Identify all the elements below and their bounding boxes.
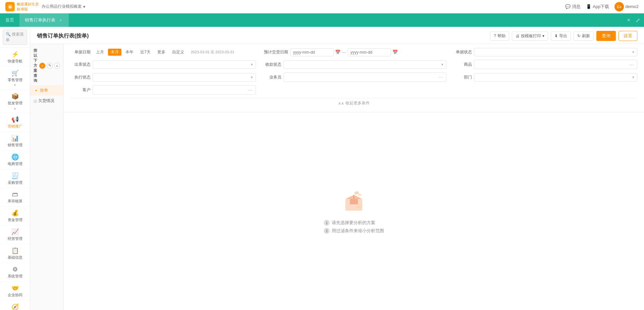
- user-menu[interactable]: Ea demo2: [614, 2, 639, 11]
- tab-active[interactable]: 销售订单执行表 ×: [19, 13, 69, 27]
- svg-point-6: [356, 206, 362, 209]
- sidebar-item-finance[interactable]: 💰 资金管理: [0, 207, 30, 225]
- sidebar-item-basic[interactable]: 📋 基础信息: [0, 244, 30, 263]
- empty-hint-2: 2 用过滤条件来缩小分析范围: [324, 228, 384, 234]
- export-icon: ⬇: [554, 34, 558, 38]
- filter-row-1: 单据日期 上月 本月 本年 近7天 更多 自定义 2023-03-01 至 20…: [70, 48, 637, 56]
- selector-arrow-icon: ▾: [83, 4, 85, 9]
- date-sep-icon: 📅: [335, 50, 340, 55]
- sidebar-item-retail[interactable]: 🛒 零售管理 ▾: [0, 67, 30, 90]
- date-tab-lastmonth[interactable]: 上月: [93, 49, 107, 56]
- print-btn[interactable]: 🖨 按模板打印 ▾: [512, 32, 548, 41]
- business-icon: 📈: [11, 228, 19, 236]
- empty-icon: [340, 189, 367, 216]
- order-status-arrow: ▾: [632, 50, 634, 54]
- tab-maximize-btn[interactable]: ⤢: [634, 16, 641, 25]
- app-selector[interactable]: 办公用品行业模拟账套 ▾: [42, 4, 85, 9]
- exec-status-group: 执行状态 ▾: [70, 73, 256, 82]
- scheme-edit-btn[interactable]: ✎: [47, 63, 53, 69]
- receipt-dropdown[interactable]: ▾: [283, 60, 447, 69]
- sidebar-item-newguide[interactable]: 🧭 新手引导: [0, 301, 30, 310]
- retail-icon: 🛒: [11, 69, 19, 77]
- sidebar-item-marketing[interactable]: 📢 营销推广: [0, 113, 30, 132]
- scheme-collapse-btn[interactable]: «: [54, 63, 60, 69]
- export-btn[interactable]: ⬇ 导出: [551, 32, 571, 41]
- basic-icon: 📋: [11, 247, 19, 254]
- date-dash: —: [342, 50, 346, 55]
- date-range-text: 2023-03-01 至 2023-03-31: [191, 50, 234, 55]
- help-btn[interactable]: ? 帮助: [490, 32, 509, 41]
- date-tab-more[interactable]: 更多: [155, 49, 168, 56]
- scheme-item-byorder[interactable]: 🔸 按单: [30, 85, 63, 96]
- empty-hint-1: 1 请先选择要分析的方案: [324, 220, 384, 226]
- message-btn[interactable]: 💬 消息: [565, 4, 581, 10]
- main-layout: 🔍 搜索菜单 ⚡ 快捷导航 🛒 零售管理 ▾ 📦 批发管理 ▴ 📢 营销推广 📊…: [0, 27, 644, 310]
- inventory-icon: 🗃: [12, 191, 18, 198]
- download-icon: 📱: [586, 4, 591, 9]
- date-tab-7days[interactable]: 近7天: [138, 49, 153, 56]
- filter-row-2: 出库状态 ▾ 收款状态 ▾: [70, 60, 637, 69]
- expected-date-from[interactable]: [290, 48, 334, 56]
- filter-row-4: 客户 ···: [70, 85, 637, 95]
- message-icon: 💬: [565, 4, 571, 9]
- scheme-item-byorder-icon: 🔸: [34, 88, 39, 93]
- tab-close-icon[interactable]: ×: [58, 17, 63, 23]
- sidebar-item-quicknav[interactable]: ⚡ 快捷导航: [0, 48, 30, 67]
- dept-dropdown[interactable]: ▾: [474, 73, 637, 82]
- tab-minimize-btn[interactable]: ×: [626, 16, 632, 24]
- date-to-icon: 📅: [392, 50, 398, 55]
- expected-date-group: 预计交货日期 📅 — 📅: [261, 48, 447, 56]
- refresh-icon: ↻: [577, 34, 581, 38]
- tab-home[interactable]: 首页: [0, 13, 19, 27]
- sidebar-item-system[interactable]: ⚙ 系统管理: [0, 263, 30, 282]
- svg-rect-4: [350, 199, 358, 204]
- logo-area: 畅 畅捷通好生意 标准版: [5, 2, 39, 11]
- salesperson-group: 业务员 ···: [261, 72, 447, 82]
- finance-icon: 💰: [11, 209, 19, 217]
- outbound-dropdown[interactable]: ▾: [93, 60, 256, 69]
- sidebar-item-wholesale[interactable]: 📦 批发管理 ▴: [0, 90, 30, 113]
- cooperation-icon: 🤝: [11, 285, 19, 292]
- collapse-bar[interactable]: ∧∧ 收起更多条件: [70, 98, 637, 108]
- sidebar-item-purchase[interactable]: 🧾 采购管理: [0, 169, 30, 188]
- refresh-btn[interactable]: ↻ 刷新: [574, 32, 594, 41]
- sidebar-item-inventory[interactable]: 🗃 库存核算: [0, 188, 30, 207]
- filter-panel: 单据日期 上月 本月 本年 近7天 更多 自定义 2023-03-01 至 20…: [64, 44, 644, 112]
- page-header: 销售订单执行表(按单) ? 帮助 🖨 按模板打印 ▾ ⬇ 导出 ↻ 刷新: [30, 27, 644, 44]
- scheme-add-btn[interactable]: +: [39, 63, 45, 69]
- expected-date-to[interactable]: [347, 48, 391, 56]
- search-btn[interactable]: 查询: [596, 31, 616, 41]
- content-area: 销售订单执行表(按单) ? 帮助 🖨 按模板打印 ▾ ⬇ 导出 ↻ 刷新: [30, 27, 644, 310]
- wholesale-icon: 📦: [11, 93, 19, 100]
- sidebar: 🔍 搜索菜单 ⚡ 快捷导航 🛒 零售管理 ▾ 📦 批发管理 ▴ 📢 营销推广 📊…: [0, 27, 30, 310]
- logo-text: 畅捷通好生意 标准版: [17, 2, 39, 11]
- print-icon: 🖨: [516, 34, 520, 38]
- sidebar-item-cooperation[interactable]: 🤝 企业协同: [0, 282, 30, 301]
- tab-bar: 首页 销售订单执行表 × × ⤢: [0, 13, 644, 27]
- date-tab-thismonth[interactable]: 本月: [108, 49, 121, 56]
- date-tab-custom[interactable]: 自定义: [169, 49, 187, 56]
- content-wrapper: 按以下方案查询 + ✎ « 🔸 按单 ◎ 欠货情况: [30, 44, 644, 310]
- tab-bar-right: × ⤢: [626, 16, 644, 25]
- product-dots: ···: [629, 62, 634, 67]
- filter-row-3: 执行状态 ▾ 业务员 ···: [70, 72, 637, 82]
- exec-status-dropdown[interactable]: ▾: [93, 73, 256, 82]
- sidebar-item-sales[interactable]: 📊 销售管理: [0, 132, 30, 151]
- product-selector[interactable]: ···: [474, 60, 637, 69]
- order-status-dropdown[interactable]: ▾: [474, 48, 637, 56]
- logo-icon: 畅: [5, 2, 15, 11]
- search-icon: 🔍: [6, 32, 11, 37]
- scheme-item-bydebt[interactable]: ◎ 欠货情况: [30, 96, 63, 106]
- print-arrow-icon: ▾: [542, 34, 544, 38]
- app-download-btn[interactable]: 📱 App下载: [586, 4, 609, 10]
- date-tab-thisyear[interactable]: 本年: [123, 49, 136, 56]
- header-right: 💬 消息 📱 App下载 Ea demo2: [565, 2, 639, 11]
- top-header: 畅 畅捷通好生意 标准版 办公用品行业模拟账套 ▾ 💬 消息 📱 App下载 E…: [0, 0, 644, 13]
- salesperson-selector[interactable]: ···: [283, 72, 447, 82]
- sidebar-item-business[interactable]: 📈 经营管理: [0, 225, 30, 244]
- settings-btn[interactable]: 设置: [619, 31, 637, 41]
- sidebar-item-ecommerce[interactable]: 🌐 电商管理: [0, 151, 30, 169]
- customer-selector[interactable]: ···: [93, 85, 256, 95]
- page-actions: ? 帮助 🖨 按模板打印 ▾ ⬇ 导出 ↻ 刷新 查询 设置: [490, 31, 637, 41]
- sidebar-search-btn[interactable]: 🔍 搜索菜单: [3, 30, 27, 45]
